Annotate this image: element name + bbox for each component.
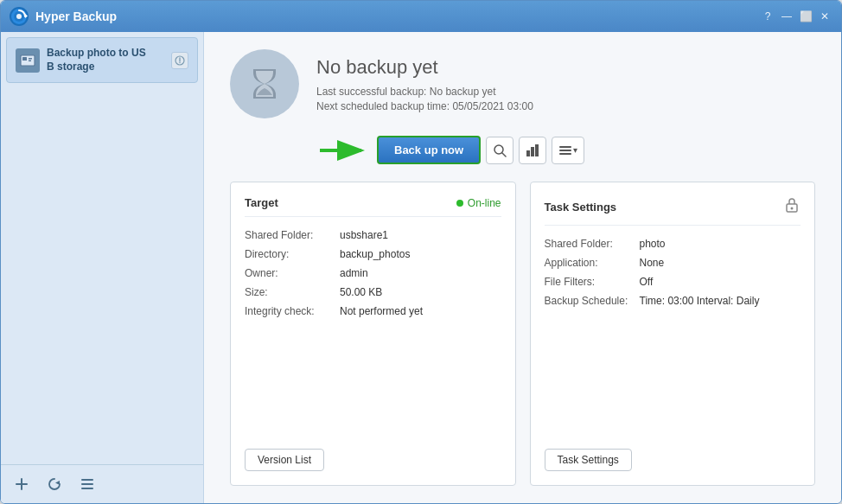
backup-usb-icon	[16, 48, 40, 73]
task-card-footer: Task Settings	[545, 449, 801, 471]
task-file-filters-row: File Filters: Off	[545, 276, 801, 288]
target-directory-row: Directory: backup_photos	[245, 248, 501, 260]
next-backup-label: Next scheduled backup time:	[316, 100, 450, 112]
svg-rect-8	[29, 60, 31, 61]
minimize-button[interactable]: ?	[760, 9, 775, 24]
target-directory-value: backup_photos	[340, 248, 410, 260]
sidebar-item-backup-usb[interactable]: Backup photo to USB storage	[6, 37, 198, 83]
svg-line-21	[502, 153, 506, 156]
svg-rect-6	[22, 57, 27, 61]
svg-rect-27	[559, 153, 571, 155]
svg-point-29	[791, 207, 794, 210]
svg-rect-5	[21, 55, 35, 66]
target-integrity-value: Not performed yet	[340, 305, 423, 317]
backup-now-button[interactable]: Back up now	[377, 136, 481, 164]
target-integrity-label: Integrity check:	[245, 305, 340, 317]
chart-button[interactable]	[519, 137, 546, 164]
sidebar-item-badge	[171, 52, 188, 69]
next-backup-value: 05/05/2021 03:00	[452, 100, 533, 112]
close-button[interactable]: ✕	[817, 9, 832, 24]
svg-point-3	[16, 14, 22, 19]
search-button[interactable]	[486, 137, 513, 164]
no-backup-title: No backup yet	[316, 56, 533, 79]
task-application-row: Application: None	[545, 257, 801, 269]
app-title: Hyper Backup	[35, 10, 117, 23]
sidebar: Backup photo to USB storage	[1, 32, 204, 503]
svg-rect-24	[535, 144, 539, 156]
target-card-footer: Version List	[245, 449, 501, 471]
task-settings-card: Task Settings Shared Folder: photo	[530, 182, 816, 486]
menu-button[interactable]: ▾	[552, 137, 584, 164]
target-directory-label: Directory:	[245, 248, 340, 260]
target-integrity-row: Integrity check: Not performed yet	[245, 305, 501, 317]
app-icon	[10, 7, 29, 26]
arrow-icon	[316, 137, 368, 164]
task-backup-schedule-row: Backup Schedule: Time: 03:00 Interval: D…	[545, 295, 801, 307]
version-list-button[interactable]: Version List	[245, 449, 324, 471]
target-size-row: Size: 50.00 KB	[245, 286, 501, 298]
target-card-title: Target	[245, 196, 278, 209]
task-settings-button[interactable]: Task Settings	[545, 449, 632, 471]
menu-chevron-icon: ▾	[573, 145, 577, 155]
task-file-filters-label: File Filters:	[545, 276, 640, 288]
status-section: No backup yet Last successful backup: No…	[230, 49, 815, 118]
cards-row: Target On-line Shared Folder: usbshare1 …	[230, 182, 815, 486]
title-bar: Hyper Backup ? — ⬜ ✕	[1, 1, 841, 32]
backup-status-icon	[230, 49, 299, 118]
last-backup-value: No backup yet	[430, 86, 496, 98]
next-backup-line: Next scheduled backup time: 05/05/2021 0…	[316, 100, 533, 112]
action-bar: Back up now ▾	[316, 136, 815, 164]
logs-button[interactable]	[75, 472, 99, 496]
sidebar-item-label: Backup photo to USB storage	[47, 47, 164, 73]
content-area: No backup yet Last successful backup: No…	[204, 32, 841, 503]
svg-rect-15	[81, 479, 93, 481]
restore-button[interactable]: ⬜	[798, 9, 813, 24]
svg-rect-16	[81, 483, 93, 485]
sidebar-bottom	[1, 464, 203, 503]
add-button[interactable]	[10, 472, 34, 496]
task-card-header: Task Settings	[545, 196, 801, 226]
task-file-filters-value: Off	[640, 276, 654, 288]
main-area: Backup photo to USB storage	[1, 32, 841, 503]
last-backup-line: Last successful backup: No backup yet	[316, 86, 533, 98]
task-card-title: Task Settings	[545, 201, 617, 214]
task-application-label: Application:	[545, 257, 640, 269]
online-label: On-line	[468, 197, 501, 209]
task-shared-folder-row: Shared Folder: photo	[545, 238, 801, 250]
svg-rect-26	[559, 150, 571, 151]
svg-marker-14	[55, 481, 60, 485]
task-shared-folder-value: photo	[640, 238, 666, 250]
title-bar-controls: ? — ⬜ ✕	[760, 9, 832, 24]
target-shared-folder-label: Shared Folder:	[245, 229, 340, 241]
task-backup-schedule-label: Backup Schedule:	[545, 295, 640, 307]
task-backup-schedule-value: Time: 03:00 Interval: Daily	[640, 295, 760, 307]
status-text: No backup yet Last successful backup: No…	[316, 49, 533, 115]
target-owner-label: Owner:	[245, 267, 340, 279]
target-shared-folder-value: usbshare1	[340, 229, 388, 241]
online-status-badge: On-line	[456, 197, 501, 209]
task-application-value: None	[640, 257, 665, 269]
task-shared-folder-label: Shared Folder:	[545, 238, 640, 250]
target-card-header: Target On-line	[245, 196, 501, 217]
target-shared-folder-row: Shared Folder: usbshare1	[245, 229, 501, 241]
target-size-label: Size:	[245, 286, 340, 298]
svg-point-11	[179, 61, 180, 62]
title-bar-left: Hyper Backup	[10, 7, 117, 26]
last-backup-label: Last successful backup:	[316, 86, 426, 98]
svg-rect-23	[531, 147, 534, 156]
maximize-button[interactable]: —	[779, 9, 794, 24]
svg-rect-22	[526, 150, 530, 156]
svg-rect-25	[559, 146, 571, 148]
svg-rect-17	[81, 488, 93, 489]
online-dot	[456, 200, 463, 207]
target-owner-value: admin	[340, 267, 368, 279]
app-window: Hyper Backup ? — ⬜ ✕ Backup photo	[0, 0, 842, 504]
svg-rect-7	[29, 58, 32, 60]
lock-icon	[783, 196, 801, 218]
target-size-value: 50.00 KB	[340, 286, 382, 298]
restore-button[interactable]	[42, 472, 67, 496]
target-card: Target On-line Shared Folder: usbshare1 …	[230, 182, 516, 486]
target-owner-row: Owner: admin	[245, 267, 501, 279]
